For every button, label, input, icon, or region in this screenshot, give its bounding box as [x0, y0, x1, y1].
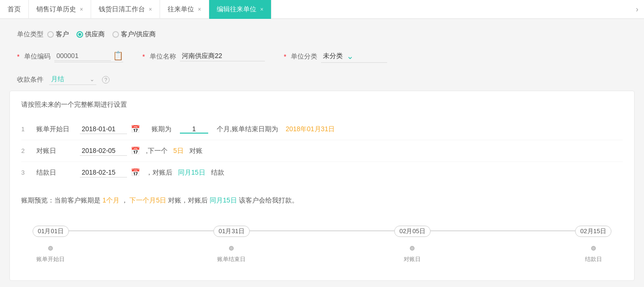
period-row-1-end-date: 2018年01月31日: [286, 125, 335, 134]
tab-cash-work[interactable]: 钱货日清工作台 ×: [91, 0, 160, 19]
preview-sep2: 对账，对账后: [168, 196, 208, 204]
tab-sales-order-history-close[interactable]: ×: [80, 6, 83, 13]
tab-edit-partner-unit-label: 编辑往来单位: [217, 5, 256, 14]
preview-sep1: ，: [121, 196, 128, 204]
timeline-node-0-label: 账单开始日: [36, 255, 65, 263]
payment-condition-label: 收款条件: [17, 76, 43, 84]
payment-condition-select[interactable]: 月结 ⌄: [49, 74, 96, 85]
period-row-2-date-input[interactable]: [80, 146, 127, 156]
timeline-node-3-date: 02月15日: [575, 226, 611, 237]
unit-class-star: *: [284, 53, 286, 60]
unit-code-group: * 单位编码 📋: [17, 51, 123, 62]
timeline-node-3-label: 结款日: [585, 255, 602, 263]
period-row-1-num: 1: [21, 126, 31, 133]
unit-class-arrow-icon: ⌄: [347, 51, 354, 61]
timeline-node-3-dot: [591, 246, 596, 251]
period-row-2-calendar-icon[interactable]: 📅: [131, 146, 140, 155]
period-row-1: 1 账单开始日 📅 账期为 个月,账单结束日期为 2018年01月31日: [21, 118, 623, 140]
unit-name-input[interactable]: [180, 51, 265, 61]
preview-label: 账期预览：当前客户账期是: [21, 196, 101, 204]
timeline-node-1-label: 账单结束日: [217, 255, 246, 263]
period-row-1-period-unit: 个月,账单结束日期为: [217, 125, 278, 134]
period-row-1-date-group: 📅: [80, 124, 140, 134]
period-row-3-desc-suffix: 结款: [211, 169, 224, 177]
period-row-3-calendar-icon[interactable]: 📅: [131, 168, 140, 177]
period-row-1-date-input[interactable]: [80, 124, 127, 134]
unit-class-value: 未分类: [323, 52, 343, 60]
unit-code-field-wrapper: 📋: [54, 51, 123, 62]
unit-name-group: * 单位名称: [142, 51, 264, 61]
period-row-3-label: 结款日: [36, 169, 74, 177]
period-row-3-desc-highlight: 同月15日: [178, 169, 205, 177]
tab-sales-order-history-label: 销售订单历史: [36, 5, 76, 14]
tab-partner-unit[interactable]: 往来单位 ×: [160, 0, 209, 19]
tabs-bar: 首页 销售订单历史 × 钱货日清工作台 × 往来单位 × 编辑往来单位 × ›: [0, 0, 644, 19]
radio-both-label: 客户/供应商: [121, 30, 156, 39]
period-card-instruction: 请按照未来的一个完整帐期进行设置: [21, 101, 623, 109]
unit-code-copy-icon[interactable]: 📋: [113, 51, 123, 61]
period-row-3-num: 3: [21, 169, 31, 176]
payment-condition-help-icon[interactable]: ?: [102, 76, 110, 84]
unit-name-label: 单位名称: [150, 52, 176, 61]
period-row-3-date-group: 📅: [80, 168, 140, 177]
period-row-2-label: 对账日: [36, 147, 74, 155]
tab-more-button[interactable]: ›: [630, 5, 644, 14]
unit-code-label: 单位编码: [24, 52, 51, 61]
radio-customer-circle: [47, 31, 54, 38]
unit-type-label: 单位类型: [17, 30, 43, 39]
unit-type-radio-group: 客户 供应商 客户/供应商: [47, 30, 156, 39]
period-row-2-desc-highlight: 5日: [173, 147, 184, 155]
timeline-node-3: 02月15日 结款日: [575, 226, 611, 263]
unit-code-input[interactable]: [54, 51, 111, 61]
period-row-3: 3 结款日 📅 ，对账后 同月15日 结款: [21, 162, 623, 183]
radio-customer-label: 客户: [56, 30, 69, 39]
tab-partner-unit-label: 往来单位: [168, 5, 194, 14]
timeline-node-2: 02月05日 对账日: [394, 226, 431, 263]
tab-edit-partner-unit-close[interactable]: ×: [260, 6, 263, 13]
period-row-2-desc-suffix: 对账: [189, 147, 203, 155]
radio-supplier-circle: [76, 31, 83, 38]
radio-both-circle: [112, 31, 119, 38]
payment-condition-row: 收款条件 月结 ⌄ ?: [9, 68, 635, 91]
unit-class-select[interactable]: 未分类 ⌄: [321, 50, 387, 63]
tab-partner-unit-close[interactable]: ×: [198, 6, 201, 13]
tab-cash-work-label: 钱货日清工作台: [99, 5, 145, 14]
timeline-nodes: 01月01日 账单开始日 01月31日 账单结束日 02月05日 对账日 02月…: [21, 226, 623, 263]
timeline-node-1: 01月31日 账单结束日: [213, 226, 250, 263]
payment-condition-value: 月结: [51, 75, 84, 84]
payment-condition-arrow-icon: ⌄: [90, 76, 94, 83]
unit-info-row: * 单位编码 📋 * 单位名称 * 单位分类 未分类 ⌄: [9, 44, 635, 68]
period-preview: 账期预览：当前客户账期是 1个月 ， 下一个月5日 对账，对账后 同月15日 该…: [21, 191, 623, 211]
timeline-node-0-date: 01月01日: [33, 226, 69, 237]
radio-supplier[interactable]: 供应商: [76, 30, 105, 39]
timeline-node-0: 01月01日 账单开始日: [33, 226, 69, 263]
tab-edit-partner-unit[interactable]: 编辑往来单位 ×: [209, 0, 271, 19]
radio-both[interactable]: 客户/供应商: [112, 30, 156, 39]
radio-customer[interactable]: 客户: [47, 30, 69, 39]
tab-home[interactable]: 首页: [0, 0, 29, 19]
period-card: 请按照未来的一个完整帐期进行设置 1 账单开始日 📅 账期为 个月,账单结束日期…: [9, 91, 635, 281]
unit-name-star: *: [142, 53, 144, 60]
timeline-node-1-date: 01月31日: [213, 226, 250, 237]
period-row-1-calendar-icon[interactable]: 📅: [131, 125, 140, 134]
timeline-node-2-date: 02月05日: [394, 226, 431, 237]
preview-suffix: 该客户会给我打款。: [239, 196, 298, 204]
unit-type-row: 单位类型 客户 供应商 客户/供应商: [9, 25, 635, 44]
tab-sales-order-history[interactable]: 销售订单历史 ×: [29, 0, 91, 19]
period-row-2-num: 2: [21, 147, 31, 154]
preview-part2: 下一个月5日: [129, 196, 166, 204]
tab-home-label: 首页: [8, 5, 21, 14]
period-row-2-date-group: 📅: [80, 146, 140, 156]
timeline-section: 01月01日 账单开始日 01月31日 账单结束日 02月05日 对账日 02月…: [21, 222, 623, 271]
unit-code-star: *: [17, 53, 19, 60]
main-wrapper: 单位类型 客户 供应商 客户/供应商 * 单位编码 📋: [0, 19, 644, 287]
unit-class-label: 单位分类: [291, 52, 317, 61]
period-row-2: 2 对账日 📅 ,下一个 5日 对账: [21, 140, 623, 162]
period-row-3-desc-prefix: ，对账后: [146, 169, 172, 177]
period-row-2-desc-prefix: ,下一个: [146, 147, 168, 155]
timeline-node-1-dot: [229, 246, 234, 251]
period-row-3-date-input[interactable]: [80, 168, 127, 177]
tab-cash-work-close[interactable]: ×: [149, 6, 152, 13]
period-row-1-label: 账单开始日: [36, 125, 74, 134]
period-row-1-period-value-input[interactable]: [180, 125, 208, 134]
